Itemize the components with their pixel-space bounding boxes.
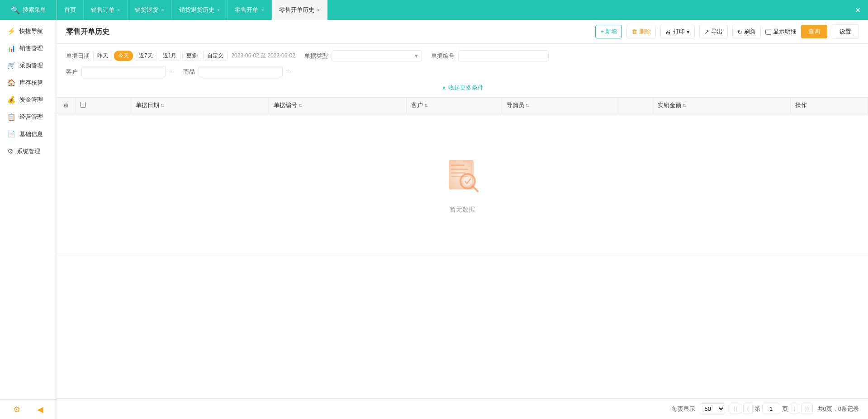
page-input[interactable]: 1 bbox=[762, 404, 780, 414]
date-filter: 单据日期 昨天 今天 近7天 近1月 更多 自定义 2023-06-02 至 2… bbox=[66, 51, 295, 61]
customer-input[interactable] bbox=[81, 66, 166, 77]
goods-filter: 商品 ··· bbox=[183, 66, 291, 77]
type-label: 单据类型 bbox=[304, 52, 328, 60]
th-customer: 客户 ⇅ bbox=[407, 98, 502, 113]
type-select-value bbox=[336, 52, 337, 59]
sidebar-item-purchase-mgmt[interactable]: 🛒采购管理 bbox=[0, 57, 57, 74]
tab-sales-return-history[interactable]: 销货退货历史 × bbox=[172, 0, 228, 20]
search-btn[interactable]: 🔍 搜索采单 bbox=[0, 0, 57, 20]
total-info: 共0页，0条记录 bbox=[817, 405, 859, 413]
tab-sales-return-history-close[interactable]: × bbox=[217, 8, 220, 13]
th-customer-sort-icon: ⇅ bbox=[424, 103, 428, 108]
th-checkbox-col bbox=[75, 98, 131, 113]
type-select[interactable]: ▾ bbox=[332, 50, 422, 61]
th-date-sort-icon: ⇅ bbox=[161, 103, 164, 108]
empty-cell: 暂无数据 bbox=[57, 113, 868, 254]
th-date-sort[interactable]: 单据日期 ⇅ bbox=[136, 101, 264, 109]
date-btn-more[interactable]: 更多 bbox=[182, 51, 201, 61]
tab-retail-history-close[interactable]: × bbox=[317, 8, 320, 13]
export-button[interactable]: ↗ 导出 bbox=[699, 25, 728, 38]
date-range: 2023-06-02 至 2023-06-02 bbox=[231, 52, 295, 60]
empty-row: 暂无数据 bbox=[57, 113, 868, 254]
sidebar-item-quick-nav[interactable]: ⚡快捷导航 bbox=[0, 23, 57, 40]
nav-label-quick-nav: 快捷导航 bbox=[19, 27, 43, 35]
page-last-btn[interactable]: ⟩⟩ bbox=[801, 404, 813, 414]
settings-button[interactable]: 设置 bbox=[832, 24, 859, 39]
empty-icon bbox=[440, 153, 485, 198]
date-btn-custom[interactable]: 自定义 bbox=[203, 51, 228, 61]
date-btn-yesterday[interactable]: 昨天 bbox=[93, 51, 112, 61]
main-content: 首页 销售订单 × 销货退货 × 销货退货历史 × 零售开单 × 零售开单历史 … bbox=[57, 0, 868, 419]
nav-label-inventory: 库存核算 bbox=[19, 79, 43, 87]
tab-retail-history-label: 零售开单历史 bbox=[279, 6, 314, 14]
sidebar-item-finance[interactable]: 💰资金管理 bbox=[0, 91, 57, 108]
nav-icon-inventory: 🏠 bbox=[7, 79, 16, 87]
add-button[interactable]: + 新增 bbox=[595, 25, 622, 38]
th-spacer bbox=[618, 98, 653, 113]
sidebar-item-sys-mgmt[interactable]: ⚙系统管理 bbox=[0, 143, 57, 160]
sidebar-item-sales-mgmt[interactable]: 📊销售管理 bbox=[0, 40, 57, 57]
th-amount-sort[interactable]: 实销金额 ⇅ bbox=[658, 101, 786, 109]
type-filter: 单据类型 ▾ bbox=[304, 50, 422, 61]
goods-dots[interactable]: ··· bbox=[286, 68, 291, 75]
page-prev-btn[interactable]: ⟨ bbox=[743, 404, 753, 414]
tab-sales-return[interactable]: 销货退货 × bbox=[128, 0, 171, 20]
page-next-btn[interactable]: ⟩ bbox=[790, 404, 799, 414]
sidebar-item-operations[interactable]: 📋经营管理 bbox=[0, 108, 57, 126]
window-close-btn[interactable]: ✕ bbox=[855, 6, 861, 14]
tab-sales-order-close[interactable]: × bbox=[117, 8, 120, 13]
per-page-label: 每页显示 bbox=[672, 405, 695, 413]
nav-icon-operations: 📋 bbox=[7, 113, 16, 121]
display-detail-checkbox[interactable] bbox=[765, 29, 771, 35]
empty-state: 暂无数据 bbox=[62, 117, 863, 250]
th-customer-label: 客户 bbox=[411, 101, 423, 109]
svg-rect-4 bbox=[451, 176, 468, 177]
collapse-icon[interactable]: ◀ bbox=[37, 405, 43, 414]
nav-label-operations: 经营管理 bbox=[19, 113, 43, 121]
delete-button[interactable]: 🗑 删除 bbox=[626, 25, 656, 38]
svg-line-7 bbox=[473, 186, 478, 191]
table-settings-icon[interactable]: ⚙ bbox=[63, 102, 69, 109]
nav-icon-sys-mgmt: ⚙ bbox=[7, 147, 13, 155]
search-label: 搜索采单 bbox=[23, 6, 46, 14]
display-detail-label: 显示明细 bbox=[765, 28, 797, 36]
th-customer-sort[interactable]: 客户 ⇅ bbox=[411, 101, 497, 109]
page-suffix: 页 bbox=[782, 405, 788, 413]
tab-sales-order-label: 销售订单 bbox=[91, 6, 114, 14]
tab-home-label: 首页 bbox=[64, 6, 76, 14]
collapse-btn[interactable]: ∧ 收起更多条件 bbox=[66, 82, 859, 94]
th-number-sort[interactable]: 单据编号 ⇅ bbox=[274, 101, 402, 109]
tab-home[interactable]: 首页 bbox=[57, 0, 84, 20]
date-btn-today[interactable]: 今天 bbox=[114, 51, 133, 61]
th-number: 单据编号 ⇅ bbox=[269, 98, 407, 113]
tab-sales-order[interactable]: 销售订单 × bbox=[84, 0, 128, 20]
content-area: 零售开单历史 + 新增 🗑 删除 🖨 打印 ▾ ↗ 导出 ↻ 刷新 bbox=[57, 20, 868, 419]
sidebar-item-inventory[interactable]: 🏠库存核算 bbox=[0, 74, 57, 91]
goods-input[interactable] bbox=[199, 66, 283, 77]
number-input[interactable] bbox=[458, 50, 549, 61]
data-table: ⚙ 单据日期 ⇅ 单据编号 bbox=[57, 98, 868, 254]
sidebar-item-basic-info[interactable]: 📄基础信息 bbox=[0, 126, 57, 143]
select-all-checkbox[interactable] bbox=[80, 102, 86, 108]
tab-retail-open[interactable]: 零售开单 × bbox=[228, 0, 271, 20]
print-button[interactable]: 🖨 打印 ▾ bbox=[660, 25, 695, 38]
nav-icon-basic-info: 📄 bbox=[7, 130, 16, 138]
tab-sales-return-close[interactable]: × bbox=[161, 8, 164, 13]
th-number-label: 单据编号 bbox=[274, 101, 297, 109]
date-btn-7days[interactable]: 近7天 bbox=[135, 51, 157, 61]
sidebar-nav: ⚡快捷导航📊销售管理🛒采购管理🏠库存核算💰资金管理📋经营管理📄基础信息⚙系统管理 bbox=[0, 20, 57, 399]
customer-dots[interactable]: ··· bbox=[169, 68, 174, 75]
refresh-button[interactable]: ↻ 刷新 bbox=[732, 25, 761, 38]
tab-retail-history[interactable]: 零售开单历史 × bbox=[272, 0, 327, 20]
query-button[interactable]: 查询 bbox=[801, 25, 827, 38]
settings-icon[interactable]: ⚙ bbox=[13, 405, 20, 414]
date-btn-1month[interactable]: 近1月 bbox=[159, 51, 181, 61]
th-guide-sort[interactable]: 导购员 ⇅ bbox=[507, 101, 614, 109]
th-date: 单据日期 ⇅ bbox=[131, 98, 269, 113]
page-first-btn[interactable]: ⟨⟨ bbox=[730, 404, 741, 414]
pagination-bar: 每页显示 50 10 20 100 ⟨⟨ ⟨ 第 1 页 ⟩ ⟩⟩ 共0页，0条… bbox=[57, 398, 868, 419]
collapse-label: 收起更多条件 bbox=[448, 84, 484, 92]
per-page-select[interactable]: 50 10 20 100 bbox=[700, 403, 725, 414]
nav-label-basic-info: 基础信息 bbox=[19, 130, 43, 138]
tab-retail-open-close[interactable]: × bbox=[261, 8, 264, 13]
